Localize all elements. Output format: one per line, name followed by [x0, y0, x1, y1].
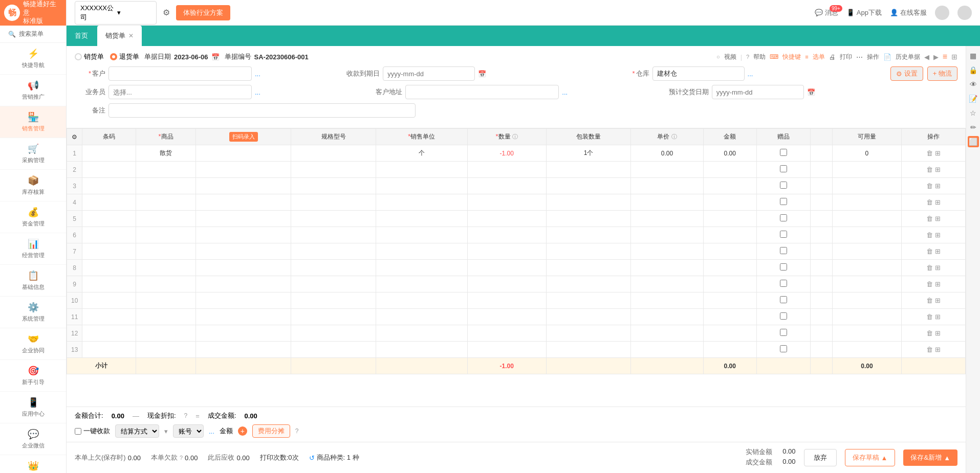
- salesperson-input[interactable]: [108, 85, 252, 99]
- cell-amount[interactable]: 0.00: [703, 145, 757, 162]
- logistics-button[interactable]: + 物流: [927, 66, 957, 81]
- cell-price[interactable]: [631, 309, 703, 325]
- gift-checkbox[interactable]: [780, 165, 787, 172]
- cell-spec[interactable]: [291, 260, 376, 276]
- cell-price[interactable]: [631, 325, 703, 342]
- payment-checkbox-label[interactable]: 一键收款: [75, 426, 110, 436]
- save-new-button[interactable]: 保存&新增 ▲: [903, 449, 957, 466]
- cell-spec[interactable]: [291, 309, 376, 325]
- cell-amount[interactable]: [703, 292, 757, 309]
- cell-product[interactable]: [136, 276, 195, 292]
- account-select[interactable]: 账号: [173, 424, 204, 438]
- cell-pack-qty[interactable]: [546, 260, 631, 276]
- delete-icon[interactable]: 🗑: [926, 215, 933, 222]
- cell-product[interactable]: [136, 309, 195, 325]
- cell-unit[interactable]: [376, 243, 468, 260]
- sidebar-item-marketing[interactable]: 📢 营销推广: [0, 75, 66, 106]
- cell-amount[interactable]: [703, 243, 757, 260]
- gift-checkbox[interactable]: [780, 214, 787, 221]
- sidebar-item-member[interactable]: 👑 畅会员: [0, 455, 66, 473]
- delete-icon[interactable]: 🗑: [926, 346, 933, 353]
- delete-icon[interactable]: 🗑: [926, 198, 933, 206]
- delete-icon[interactable]: 🗑: [926, 297, 933, 304]
- cell-qty[interactable]: [467, 292, 546, 309]
- cell-gift[interactable]: [757, 178, 811, 194]
- delete-icon[interactable]: 🗑: [926, 182, 933, 190]
- cell-pack-qty[interactable]: 1个: [546, 145, 631, 162]
- cell-unit[interactable]: [376, 162, 468, 178]
- cell-unit[interactable]: [376, 260, 468, 276]
- expense-btn[interactable]: 费用分摊: [252, 424, 290, 438]
- copy-icon[interactable]: ⊞: [935, 198, 941, 206]
- cell-qty[interactable]: [467, 243, 546, 260]
- sidebar-item-purchase[interactable]: 🛒 采购管理: [0, 138, 66, 170]
- cell-amount[interactable]: [703, 178, 757, 194]
- copy-icon[interactable]: ⊞: [935, 166, 941, 173]
- ops-btn[interactable]: 操作: [867, 53, 879, 61]
- cell-gift[interactable]: [757, 243, 811, 260]
- cell-qty[interactable]: [467, 325, 546, 342]
- cell-gift[interactable]: [757, 292, 811, 309]
- print-btn[interactable]: 打印: [840, 53, 852, 61]
- mini-btn-grid[interactable]: ▦: [968, 50, 979, 61]
- cell-unit[interactable]: [376, 178, 468, 194]
- cell-amount[interactable]: [703, 325, 757, 342]
- salesperson-more-icon[interactable]: ...: [255, 88, 260, 96]
- expense-question-icon[interactable]: ?: [295, 427, 299, 435]
- gift-checkbox[interactable]: [780, 312, 787, 320]
- cell-product[interactable]: 散货: [136, 145, 195, 162]
- trial-button[interactable]: 体验行业方案: [176, 5, 230, 20]
- list-view-icon[interactable]: ≡: [943, 52, 947, 61]
- gift-checkbox[interactable]: [780, 247, 787, 254]
- radio-sales-order[interactable]: 销货单: [75, 52, 104, 61]
- sidebar-item-newbie[interactable]: 🎯 新手引导: [0, 360, 66, 392]
- cell-spec[interactable]: [291, 276, 376, 292]
- gift-checkbox[interactable]: [780, 231, 787, 238]
- payment-method-select[interactable]: 结算方式: [115, 424, 159, 438]
- account-more-icon[interactable]: ...: [209, 427, 214, 435]
- cell-barcode[interactable]: [82, 325, 136, 342]
- cell-price[interactable]: [631, 276, 703, 292]
- cell-amount[interactable]: [703, 309, 757, 325]
- help-btn[interactable]: 帮助: [753, 53, 766, 61]
- cell-spec[interactable]: [291, 162, 376, 178]
- cell-gift[interactable]: [757, 194, 811, 211]
- tab-home[interactable]: 首页: [67, 26, 96, 46]
- shortcut-btn[interactable]: 快捷键: [782, 53, 801, 61]
- delete-icon[interactable]: 🗑: [926, 247, 933, 255]
- gift-checkbox[interactable]: [780, 329, 787, 336]
- grid-view-icon[interactable]: ⊞: [951, 53, 957, 61]
- cell-barcode[interactable]: [82, 260, 136, 276]
- cell-barcode[interactable]: [82, 309, 136, 325]
- cell-pack-qty[interactable]: [546, 325, 631, 342]
- cell-unit[interactable]: [376, 292, 468, 309]
- cell-pack-qty[interactable]: [546, 342, 631, 358]
- cell-barcode[interactable]: [82, 178, 136, 194]
- copy-icon[interactable]: ⊞: [935, 231, 941, 239]
- cell-product[interactable]: [136, 243, 195, 260]
- mini-btn-star[interactable]: ☆: [968, 107, 979, 119]
- cell-pack-qty[interactable]: [546, 162, 631, 178]
- cell-spec[interactable]: [291, 178, 376, 194]
- cell-product[interactable]: [136, 211, 195, 227]
- cell-qty[interactable]: [467, 260, 546, 276]
- cell-gift[interactable]: [757, 276, 811, 292]
- gift-checkbox[interactable]: [780, 198, 787, 205]
- gift-checkbox[interactable]: [780, 280, 787, 287]
- cell-pack-qty[interactable]: [546, 292, 631, 309]
- cell-price[interactable]: [631, 227, 703, 243]
- next-icon[interactable]: ▶: [933, 53, 939, 61]
- cell-barcode[interactable]: [82, 162, 136, 178]
- sidebar-item-enterprise[interactable]: 🤝 企业协同: [0, 328, 66, 360]
- gift-checkbox[interactable]: [780, 149, 787, 156]
- delete-icon[interactable]: 🗑: [926, 264, 933, 272]
- cell-price[interactable]: [631, 292, 703, 309]
- customer-more-icon[interactable]: ...: [255, 70, 260, 78]
- gift-checkbox[interactable]: [780, 345, 787, 352]
- sidebar-item-finance[interactable]: 💰 资金管理: [0, 201, 66, 233]
- calendar-icon[interactable]: 📅: [211, 53, 220, 61]
- mini-btn-eye[interactable]: 👁: [968, 79, 979, 90]
- cell-gift[interactable]: [757, 211, 811, 227]
- cell-unit[interactable]: [376, 276, 468, 292]
- video-btn[interactable]: 视频: [724, 53, 736, 61]
